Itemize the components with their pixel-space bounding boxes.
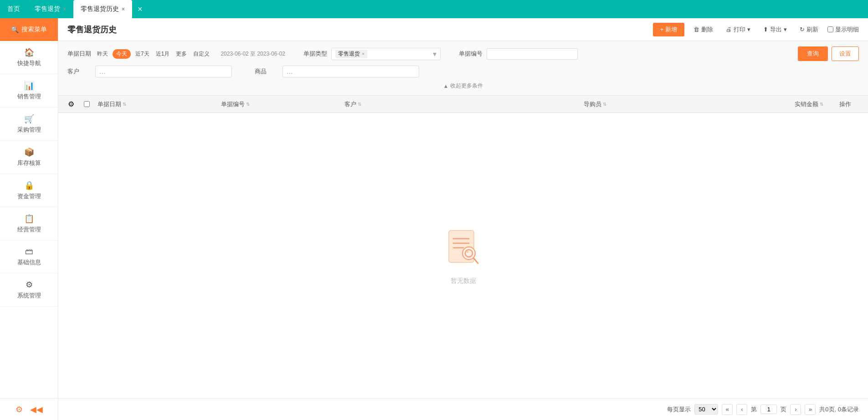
tab-home[interactable]: 首页 — [0, 0, 27, 18]
print-chevron-icon: ▾ — [747, 26, 750, 33]
delete-icon: 🗑 — [693, 26, 699, 33]
add-button[interactable]: + 新增 — [653, 23, 684, 36]
top-bar: 首页 零售退货 × 零售退货历史 × × — [0, 0, 868, 18]
empty-state: 暂无数据 — [58, 113, 868, 398]
search-icon: 🔍 — [11, 26, 19, 33]
main-layout: 🔍 搜索菜单 🏠 快捷导航 📊 销售管理 🛒 采购管理 📦 库存核算 🔒 — [0, 18, 868, 420]
export-button[interactable]: ⬆ 导出 ▾ — [760, 24, 791, 36]
tab-retail-return[interactable]: 零售退货 × — [27, 0, 73, 18]
customer-label: 客户 — [67, 67, 92, 76]
page-number-input[interactable] — [760, 405, 777, 414]
pagination-bar: 每页显示 50 10 20 100 « ‹ 第 页 › » 共0页, 0条记录 — [58, 398, 868, 420]
svg-point-7 — [467, 251, 468, 253]
basic-info-icon: 🗃 — [25, 247, 33, 256]
empty-text: 暂无数据 — [451, 277, 476, 285]
export-icon: ⬆ — [763, 26, 768, 33]
sort-amount-icon: ⇅ — [820, 102, 823, 107]
sort-customer-icon: ⇅ — [358, 102, 361, 107]
filter-row-1: 单据日期 昨天 今天 近7天 近1月 更多 自定义 2023-06-02 至 2… — [67, 46, 859, 61]
empty-icon — [441, 226, 486, 271]
query-button[interactable]: 查询 — [798, 46, 828, 61]
date-btn-1month[interactable]: 近1月 — [154, 49, 172, 59]
inventory-icon: 📦 — [24, 147, 34, 157]
finance-icon: 🔒 — [24, 180, 34, 190]
sort-no-icon: ⇅ — [246, 102, 250, 107]
customer-input[interactable]: ... — [95, 66, 232, 77]
print-button[interactable]: 🖨 打印 ▾ — [722, 24, 754, 36]
close-retail-return-tab[interactable]: × — [63, 6, 66, 12]
goods-input[interactable]: ... — [282, 66, 419, 77]
doc-type-tag-close[interactable]: × — [362, 51, 365, 56]
collapse-icon: ▲ — [443, 83, 449, 89]
th-check[interactable] — [79, 101, 94, 107]
show-detail-checkbox[interactable] — [827, 26, 833, 32]
th-date[interactable]: 单据日期 ⇅ — [94, 100, 217, 108]
home-icon: 🏠 — [24, 47, 34, 57]
sidebar-item-inventory[interactable]: 📦 库存核算 — [0, 141, 58, 174]
customer-placeholder: ... — [99, 67, 105, 76]
date-btn-custom[interactable]: 自定义 — [191, 49, 211, 59]
refresh-icon: ↻ — [800, 26, 805, 33]
table-header: ⚙ 单据日期 ⇅ 单据编号 ⇅ 客户 ⇅ 导购员 — [58, 96, 868, 113]
date-btn-today[interactable]: 今天 — [113, 49, 131, 59]
close-retail-return-history-tab[interactable]: × — [122, 6, 125, 12]
filter-settings-button[interactable]: 设置 — [832, 46, 859, 61]
date-filter-buttons: 昨天 今天 近7天 近1月 更多 自定义 — [95, 49, 211, 59]
total-label: 共0页, 0条记录 — [819, 405, 859, 414]
delete-button[interactable]: 🗑 删除 — [690, 24, 717, 36]
th-ops: 操作 — [827, 100, 863, 108]
goods-label: 商品 — [255, 67, 280, 76]
th-customer[interactable]: 客户 ⇅ — [341, 100, 580, 108]
column-settings-icon[interactable]: ⚙ — [68, 100, 74, 108]
close-window-button[interactable]: × — [132, 5, 148, 14]
th-amount[interactable]: 实销金额 ⇅ — [704, 100, 827, 108]
sidebar-item-ops-mgmt[interactable]: 📋 经营管理 — [0, 207, 58, 241]
sales-icon: 📊 — [24, 81, 34, 91]
content-area: 零售退货历史 + 新增 🗑 删除 🖨 打印 ▾ ⬆ 导出 ▾ — [58, 18, 868, 420]
page-unit-label: 页 — [781, 405, 786, 414]
sidebar-item-sales-mgmt[interactable]: 📊 销售管理 — [0, 74, 58, 108]
volume-icon[interactable]: ◀◀ — [30, 405, 43, 415]
prev-page-btn[interactable]: ‹ — [736, 404, 747, 415]
doc-no-input[interactable] — [487, 48, 578, 60]
sidebar-item-purchase-mgmt[interactable]: 🛒 采购管理 — [0, 108, 58, 141]
th-settings[interactable]: ⚙ — [63, 100, 79, 108]
date-filter-label: 单据日期 — [67, 50, 92, 58]
doc-no-label: 单据编号 — [459, 50, 484, 58]
filter-row-2: 客户 ... 商品 ... — [67, 66, 859, 77]
date-range-display: 2023-06-02 至 2023-06-02 — [221, 50, 285, 58]
show-detail-checkbox-wrapper[interactable]: 显示明细 — [827, 26, 859, 34]
refresh-button[interactable]: ↻ 刷新 — [796, 24, 822, 36]
sidebar-item-quick-nav[interactable]: 🏠 快捷导航 — [0, 41, 58, 74]
date-btn-7days[interactable]: 近7天 — [134, 49, 151, 59]
current-page-label: 第 — [751, 405, 757, 414]
sidebar-item-finance[interactable]: 🔒 资金管理 — [0, 174, 58, 207]
export-chevron-icon: ▾ — [784, 26, 787, 33]
filter-area: 单据日期 昨天 今天 近7天 近1月 更多 自定义 2023-06-02 至 2… — [58, 41, 868, 96]
sidebar-item-basic-info[interactable]: 🗃 基础信息 — [0, 241, 58, 273]
sidebar-search[interactable]: 🔍 搜索菜单 — [0, 18, 58, 41]
goods-placeholder: ... — [287, 67, 293, 76]
first-page-btn[interactable]: « — [722, 404, 733, 415]
purchase-icon: 🛒 — [24, 114, 34, 124]
doc-type-select[interactable]: 零售退货 × ▾ — [331, 48, 441, 60]
sidebar-item-sys-mgmt[interactable]: ⚙ 系统管理 — [0, 273, 58, 307]
collapse-bar[interactable]: ▲ 收起更多条件 — [67, 82, 859, 90]
settings-icon[interactable]: ⚙ — [15, 405, 23, 415]
date-btn-more[interactable]: 更多 — [174, 49, 189, 59]
sort-guide-icon: ⇅ — [603, 102, 606, 107]
sidebar: 🔍 搜索菜单 🏠 快捷导航 📊 销售管理 🛒 采购管理 📦 库存核算 🔒 — [0, 18, 58, 420]
last-page-btn[interactable]: » — [805, 404, 816, 415]
th-guide[interactable]: 导购员 ⇅ — [580, 100, 704, 108]
tab-retail-return-history[interactable]: 零售退货历史 × — [73, 0, 132, 18]
sidebar-bottom: ⚙ ◀◀ — [0, 398, 58, 420]
page-size-select[interactable]: 50 10 20 100 — [694, 404, 718, 415]
ops-icon: 📋 — [24, 214, 34, 224]
doc-type-tag: 零售退货 × — [335, 50, 367, 58]
date-btn-yesterday[interactable]: 昨天 — [95, 49, 110, 59]
select-all-checkbox[interactable] — [84, 101, 90, 107]
doc-type-arrow-icon: ▾ — [433, 50, 437, 58]
th-no[interactable]: 单据编号 ⇅ — [217, 100, 341, 108]
next-page-btn[interactable]: › — [790, 404, 801, 415]
page-title: 零售退货历史 — [67, 24, 653, 35]
